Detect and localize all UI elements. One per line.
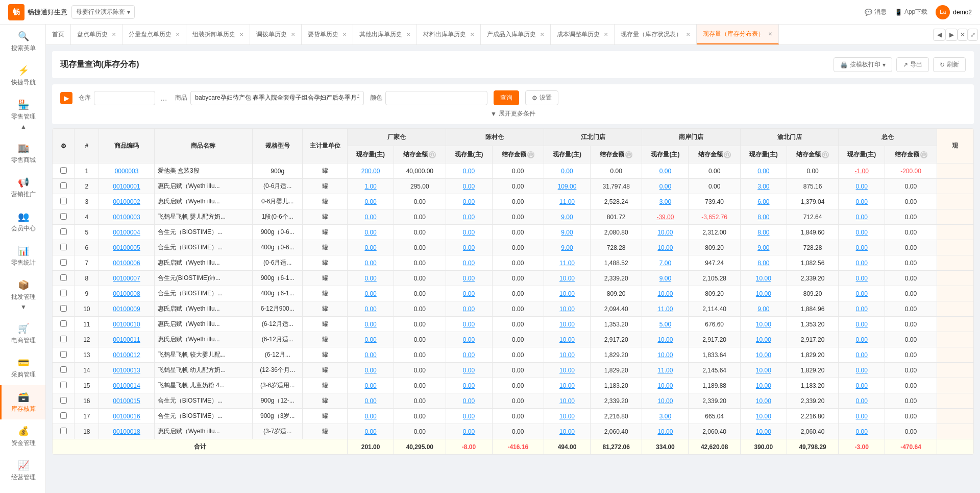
tab-nav-expand[interactable]: ⤢ [968,29,978,41]
sidebar-item-retail-stats[interactable]: 📊 零售统计 [0,239,45,273]
sidebar-item-retail-store[interactable]: 🏬 零售商城 [0,136,45,171]
row-yb-amount: 1,379.04 [787,194,839,209]
tab-other-out[interactable]: 其他出库单历史 ✕ [353,25,417,44]
row-checkbox[interactable] [53,209,75,225]
row-checkbox[interactable] [53,409,75,424]
tab-material-out[interactable]: 材料出库单历史 ✕ [417,25,481,44]
sidebar-item-member[interactable]: 👥 会员中心 [0,205,45,239]
jiangbei-amount-info-icon[interactable]: ⓘ [625,151,632,158]
table-row: 11 00100010 惠氏启赋（Wyeth illu... (6-12月适..… [53,317,974,332]
sidebar-item-wholesale[interactable]: 📦 批发管理 ▼ [0,273,45,317]
tab-transfer-close[interactable]: ✕ [291,32,295,37]
row-checkbox[interactable] [53,301,75,317]
table-row: 4 00100003 飞鹤星飞帆 婴儿配方奶... 1段(0-6个... 罐 0… [53,209,974,225]
row-f-amount: 0.00 [394,363,446,378]
row-checkbox[interactable] [53,271,75,286]
yubeimen-amount-info-icon[interactable]: ⓘ [822,151,829,158]
row-checkbox[interactable] [53,347,75,363]
row-checkbox[interactable] [53,255,75,271]
row-jb-amount: 801.72 [590,209,642,225]
row-name: 惠氏启赋（Wyeth illu... [154,194,252,209]
row-checkbox[interactable] [53,363,75,378]
messages-button[interactable]: 💬 消息 [865,8,887,16]
row-checkbox[interactable] [53,179,75,194]
tab-stock-dist[interactable]: 现存量（库存分布表） ✕ [697,25,779,44]
row-checkbox[interactable] [53,163,75,179]
product-input[interactable] [190,91,364,105]
tab-stock-status-close[interactable]: ✕ [686,32,690,37]
row-jb-stock: 9.00 [544,209,591,225]
color-input[interactable] [385,91,487,105]
tab-assemble-dismantle-close[interactable]: ✕ [239,32,243,37]
row-unit: 罐 [303,209,348,225]
row-yb-stock: 8.00 [740,225,787,240]
sidebar-item-quick[interactable]: ⚡ 快捷导航 [0,59,45,93]
row-checkbox[interactable] [53,317,75,332]
tab-branch-inventory-close[interactable]: ✕ [176,32,180,37]
tab-nav-close-all[interactable]: ✕ [958,29,968,41]
row-checkbox[interactable] [53,332,75,347]
row-checkbox[interactable] [53,393,75,409]
sidebar-item-basic[interactable]: ⚙️ 基础信息 [0,488,45,493]
row-checkbox[interactable] [53,378,75,393]
row-c-amount: 0.00 [492,286,544,301]
sidebar-item-finance[interactable]: 💰 资金管理 [0,419,45,454]
row-extra [937,363,973,378]
row-t-amount: 0.00 [885,424,937,439]
factory-amount-info-icon[interactable]: ⓘ [429,151,436,158]
footer-c-amount: -416.16 [492,439,544,455]
user-area[interactable]: Ea demo2 [936,5,972,19]
row-t-amount: 0.00 [885,255,937,271]
tab-home[interactable]: 首页 [46,25,71,44]
row-index: 10 [75,301,99,317]
warehouse-input[interactable] [94,91,155,105]
tab-cost-adjust[interactable]: 成本调整单历史 ✕ [551,25,615,44]
expand-button[interactable]: ▼ 展开更多条件 [491,109,535,118]
tab-nav-prev[interactable]: ◀ [933,29,945,41]
tab-material-out-close[interactable]: ✕ [470,32,474,37]
nanan-amount-info-icon[interactable]: ⓘ [724,151,731,158]
sidebar-item-purchase[interactable]: 💳 采购管理 [0,351,45,385]
gear-icon[interactable]: ⚙ [61,143,66,150]
row-unit: 罐 [303,317,348,332]
sidebar-item-operations[interactable]: 📈 经营管理 [0,454,45,488]
row-yb-amount: 809.20 [787,286,839,301]
system-select[interactable]: 母婴行业演示陈套 ▾ [71,5,135,19]
row-checkbox[interactable] [53,225,75,240]
warehouse-dots[interactable]: ... [158,94,169,102]
tab-stock-status[interactable]: 现存量（库存状况表） ✕ [615,25,697,44]
app-download-button[interactable]: 📱 App下载 [895,8,927,16]
refresh-button[interactable]: ↻ 刷新 [933,57,966,72]
row-yb-stock: 0.00 [740,163,787,179]
tab-assemble-dismantle[interactable]: 组装拆卸单历史 ✕ [186,25,250,44]
tab-transfer[interactable]: 调拨单历史 ✕ [250,25,302,44]
tab-product-in-close[interactable]: ✕ [540,32,544,37]
settings-button[interactable]: ⚙ 设置 [525,90,558,105]
tab-product-in[interactable]: 产成品入库单历史 ✕ [481,25,551,44]
tab-branch-inventory[interactable]: 分量盘点单历史 ✕ [122,25,186,44]
row-checkbox[interactable] [53,424,75,439]
row-checkbox[interactable] [53,286,75,301]
print-button[interactable]: 🖨️ 按模板打印 ▾ [834,57,892,72]
filter-toggle-arrow[interactable]: ▶ [60,92,72,104]
row-checkbox[interactable] [53,240,75,255]
row-checkbox[interactable] [53,194,75,209]
tab-purchase-order-close[interactable]: ✕ [342,32,347,37]
tab-purchase-order[interactable]: 要货单历史 ✕ [302,25,353,44]
chen-amount-info-icon[interactable]: ⓘ [527,151,534,158]
sidebar-item-ecommerce[interactable]: 🛒 电商管理 [0,317,45,351]
tab-other-out-close[interactable]: ✕ [406,32,410,37]
export-button[interactable]: ↗ 导出 [896,57,929,72]
tab-stock-dist-close[interactable]: ✕ [768,31,772,37]
query-button[interactable]: 查询 [494,90,519,105]
sidebar-item-inventory[interactable]: 🗃️ 库存核算 [0,385,45,419]
tab-cost-adjust-close[interactable]: ✕ [604,32,608,37]
total-amount-info-icon[interactable]: ⓘ [920,151,927,158]
sidebar-item-search[interactable]: 🔍 搜索英单 [0,25,45,59]
tab-inventory-single[interactable]: 盘点单历史 ✕ [71,25,122,44]
tab-inventory-single-close[interactable]: ✕ [112,32,116,37]
sidebar-item-retail-manage[interactable]: 🏪 零售管理 ▲ [0,93,45,136]
sidebar-item-marketing[interactable]: 📢 营销推广 [0,171,45,205]
tab-nav-next[interactable]: ▶ [945,29,958,41]
row-na-stock: 10.00 [642,225,689,240]
